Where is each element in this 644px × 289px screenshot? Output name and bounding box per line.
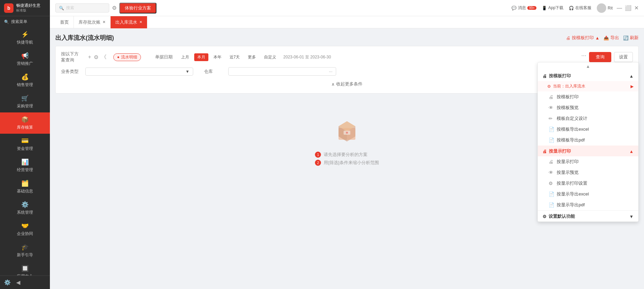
dropdown-item-display-print[interactable]: 🖨 按显示打印 [538, 156, 638, 167]
empty-state-icon [333, 118, 360, 145]
query-button[interactable]: 查询 [589, 52, 611, 62]
sidebar-item-inventory[interactable]: 📦 库存核算 [0, 112, 50, 134]
panel-scroll-up[interactable]: ▲ [538, 62, 638, 70]
sidebar-nav: ⚡ 快捷导航 📢 营销推广 💰 销售管理 🛒 采购管理 📦 库存核算 💳 资金管… [0, 27, 50, 275]
minimize-button[interactable]: — [617, 5, 622, 11]
purchase-icon: 🛒 [21, 95, 29, 102]
sidebar-item-marketing[interactable]: 📢 营销推广 [0, 49, 50, 70]
template-excel-icon: 📄 [549, 127, 554, 132]
dropdown-item-template-print[interactable]: 🖨 按模板打印 [538, 91, 638, 102]
tab-home[interactable]: 首页 [55, 16, 74, 28]
filter-tags: ● 流水明细 [113, 53, 141, 61]
filter-row-1: 按以下方案查询 + ⚙ 《 ● 流水明细 单据日期 上月 本月 [61, 51, 633, 63]
sidebar-item-finance[interactable]: 💳 资金管理 [0, 134, 50, 155]
dropdown-item-template-pdf[interactable]: 📄 按模板导出pdf [538, 135, 638, 146]
dropdown-item-display-excel[interactable]: 📄 按显示导出excel [538, 189, 638, 200]
finance-icon: 💳 [21, 137, 29, 144]
date-btn-this-year[interactable]: 本年 [210, 53, 225, 61]
inventory-icon: 📦 [21, 116, 29, 123]
user-avatar [597, 3, 606, 13]
template-preview-icon: 👁 [549, 105, 554, 110]
biz-type-select[interactable]: ▼ [85, 68, 193, 76]
dropdown-item-template-preview[interactable]: 👁 按模板预览 [538, 102, 638, 113]
warehouse-label: 仓库 [204, 69, 224, 75]
display-print-icon: 🖨 [549, 159, 554, 164]
display-print-section-header[interactable]: 🖨 按显示打印 ▲ [538, 146, 638, 156]
dropdown-item-display-pdf[interactable]: 📄 按显示导出pdf [538, 200, 638, 210]
display-preview-icon: 👁 [549, 170, 554, 175]
page-title: 出入库流水(流水明细) [55, 34, 114, 42]
default-function-section-header[interactable]: ⚙ 设置默认功能 ▼ [538, 210, 638, 221]
app-download-button[interactable]: 📱 App下载 [542, 5, 563, 11]
sidebar: b 畅捷通好生意 标准版 🔍 搜索菜单 ⚡ 快捷导航 📢 营销推广 💰 销售管理… [0, 0, 50, 289]
collapse-icon: ∧ [331, 82, 335, 87]
tab-batch-close[interactable]: ✕ [103, 20, 106, 24]
filter-add-button[interactable]: + [88, 54, 91, 60]
message-button[interactable]: 💬 消息 99+ [511, 5, 536, 11]
sidebar-item-purchase[interactable]: 🛒 采购管理 [0, 91, 50, 112]
settings-icon[interactable]: ⚙️ [4, 279, 11, 286]
template-section-icon: 🖨 [543, 74, 547, 79]
maximize-button[interactable]: ⬜ [625, 5, 632, 11]
sidebar-item-system[interactable]: ⚙️ 系统管理 [0, 198, 50, 219]
filter-tag-flow[interactable]: ● 流水明细 [113, 53, 141, 61]
date-filter: 上月 本月 本年 近7天 更多 自定义 2023-06-01 至 2023-06… [178, 53, 331, 61]
export-button[interactable]: 📤 导出 [604, 35, 619, 41]
collapse-sidebar-icon[interactable]: ◀ [16, 279, 20, 286]
download-icon: 📱 [542, 6, 547, 10]
close-window-button[interactable]: ✕ [634, 5, 639, 11]
date-btn-last-month[interactable]: 上月 [178, 53, 192, 61]
sidebar-item-collab[interactable]: 🤝 企业协同 [0, 219, 50, 240]
topbar-search-icon: 🔍 [59, 6, 64, 10]
print-icon: 🖨 [566, 35, 570, 41]
filter-settings-button[interactable]: ⚙ [94, 54, 98, 60]
sidebar-item-guide[interactable]: 🎓 新手引导 [0, 240, 50, 261]
date-btn-custom[interactable]: 自定义 [261, 53, 279, 61]
print-template-button[interactable]: 🖨 按模板打印 ▲ [566, 35, 599, 41]
settings-button[interactable]: 设置 [614, 52, 633, 62]
sidebar-item-quicknav[interactable]: ⚡ 快捷导航 [0, 27, 50, 49]
date-btn-7days[interactable]: 近7天 [227, 53, 243, 61]
tab-flow[interactable]: 出入库流水 ✕ [111, 16, 147, 28]
system-icon: ⚙️ [21, 201, 29, 208]
sidebar-item-sales[interactable]: 💰 销售管理 [0, 70, 50, 91]
template-print-section-header[interactable]: 🖨 按模板打印 ▲ [538, 70, 638, 81]
user-menu[interactable]: Rit [597, 3, 613, 13]
topbar-gear-icon[interactable]: ⚙ [112, 5, 117, 11]
default-function-icon: ⚙ [543, 214, 547, 219]
svg-point-5 [346, 132, 348, 134]
refresh-button[interactable]: 🔄 刷新 [623, 35, 639, 41]
filter-expand-button[interactable]: 《 [101, 54, 107, 61]
date-label: 单据日期 [155, 54, 175, 60]
online-service-button[interactable]: 🎧 在线客服 [569, 5, 591, 11]
dropdown-item-template-custom[interactable]: ✏ 模板自定义设计 [538, 113, 638, 124]
query-settings-buttons: ··· 查询 设置 [581, 52, 633, 62]
date-btn-this-month[interactable]: 本月 [194, 53, 208, 61]
sidebar-item-operations[interactable]: 📊 经营管理 [0, 155, 50, 176]
sidebar-search[interactable]: 🔍 搜索菜单 [0, 16, 50, 27]
tabbar: 首页 库存批次账 ✕ 出入库流水 ✕ [50, 16, 644, 28]
date-range-display: 2023-06-01 至 2023-06-30 [283, 54, 331, 60]
template-section-arrow: ▲ [629, 74, 634, 79]
promo-button[interactable]: 体验行业方案 [119, 3, 156, 14]
app-logo-text: 畅捷通好生意 标准版 [16, 3, 40, 13]
sidebar-bottom: ⚙️ ◀ [0, 275, 50, 289]
filter-scheme-label: 按以下方案查询 [61, 51, 81, 63]
dropdown-item-template-excel[interactable]: 📄 按模板导出excel [538, 124, 638, 135]
warehouse-more-button[interactable]: ··· [329, 69, 332, 74]
dropdown-item-display-settings[interactable]: ⚙ 按显示打印设置 [538, 178, 638, 189]
sidebar-item-apps[interactable]: 🔲 应用中心 [0, 261, 50, 275]
more-options-icon[interactable]: ··· [581, 52, 586, 62]
tab-flow-close[interactable]: ✕ [139, 20, 142, 24]
date-btn-more[interactable]: 更多 [245, 53, 259, 61]
warehouse-filter: ··· [228, 67, 336, 76]
template-pdf-icon: 📄 [549, 137, 554, 143]
display-excel-icon: 📄 [549, 191, 554, 197]
page-actions: 🖨 按模板打印 ▲ 📤 导出 🔄 刷新 [566, 35, 639, 41]
topbar-search[interactable]: 🔍 搜索 [55, 3, 109, 12]
biz-type-chevron-icon: ▼ [185, 69, 189, 74]
tab-batch[interactable]: 库存批次账 ✕ [74, 16, 111, 28]
dropdown-item-display-preview[interactable]: 👁 按显示预览 [538, 167, 638, 178]
current-template-item[interactable]: ⚙ 当前：出入库流水 ▶ [538, 81, 638, 91]
sidebar-item-basic[interactable]: 🗂️ 基础信息 [0, 176, 50, 198]
